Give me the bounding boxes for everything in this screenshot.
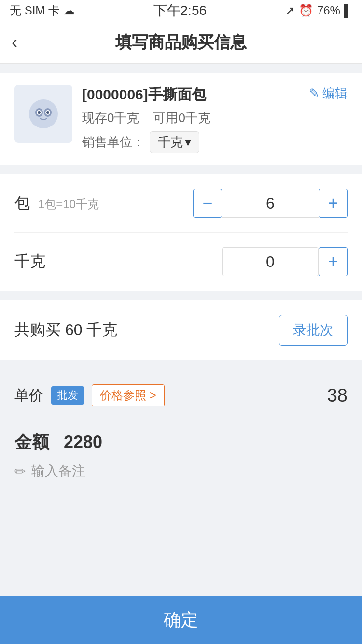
price-row: 单价 批发 价格参照 > 38 [14,384,348,406]
price-tag: 批发 [51,386,84,405]
page-title: 填写商品购买信息 [115,31,247,54]
amount-value: 2280 [64,432,102,452]
available-value: 可用0千克 [153,111,210,125]
amount-label: 金额 [14,432,49,452]
svg-point-5 [38,111,41,114]
product-name: [0000006]手撕面包 [82,85,348,105]
pack-hint: 1包=10千克 [38,197,99,210]
sim-status: 无 SIM 卡 ☁ [10,3,75,18]
batch-button[interactable]: 录批次 [279,315,348,346]
product-unit-row: 销售单位： 千克 ▾ [82,131,348,153]
price-ref-button[interactable]: 价格参照 > [92,384,165,406]
confirm-section[interactable]: 确定 [0,596,362,644]
status-right: ↗ ⏰ 76% ▌ [285,4,352,17]
note-placeholder: 输入备注 [31,462,85,480]
pack-minus-button[interactable]: − [193,189,222,218]
edit-button[interactable]: ✎ 编辑 [309,85,348,102]
stock-value: 现存0千克 [82,111,139,125]
pack-label: 包 1包=10千克 [14,193,99,214]
status-bar: 无 SIM 卡 ☁ 下午2:56 ↗ ⏰ 76% ▌ [0,0,362,21]
summary-section: 共购买 60 千克 录批次 [0,300,362,360]
product-info: [0000006]手撕面包 现存0千克 可用0千克 销售单位： 千克 ▾ [82,85,348,153]
product-card: [0000006]手撕面包 现存0千克 可用0千克 销售单位： 千克 ▾ ✎ 编… [0,73,362,165]
product-stock: 现存0千克 可用0千克 [82,110,348,126]
battery-level: 76% [317,4,340,17]
back-button[interactable]: ‹ [12,32,17,53]
nav-bar: ‹ 填写商品购买信息 [0,21,362,64]
pack-input[interactable] [222,189,319,218]
amount-section: 金额 2280 ✏ 输入备注 [0,421,362,495]
battery-icon: ▌ [344,4,352,17]
status-time: 下午2:56 [153,1,207,20]
unit-selector[interactable]: 千克 ▾ [150,131,199,153]
note-icon: ✏ [14,463,26,479]
svg-point-0 [29,99,58,128]
quantity-section: 包 1包=10千克 − + 千克 + [0,174,362,291]
pack-controls: − + [193,189,348,218]
kg-label: 千克 [14,251,45,272]
kg-controls: + [222,247,348,276]
pack-plus-button[interactable]: + [319,189,348,218]
pack-quantity-row: 包 1包=10千克 − + [14,174,348,233]
product-image [14,85,72,143]
kg-quantity-row: 千克 + [14,233,348,291]
price-section: 单价 批发 价格参照 > 38 [0,370,362,421]
kg-plus-button[interactable]: + [319,247,348,276]
status-left: 无 SIM 卡 ☁ [10,3,75,18]
edit-icon: ✎ [309,86,320,101]
kg-input[interactable] [222,247,319,276]
alarm-icon: ⏰ [299,4,313,17]
unit-label: 销售单位： [82,134,145,151]
note-row[interactable]: ✏ 输入备注 [14,462,348,480]
confirm-button[interactable]: 确定 [164,608,198,632]
price-value: 38 [327,385,348,406]
price-label: 单价 [14,386,43,406]
summary-text: 共购买 60 千克 [14,320,117,341]
location-icon: ↗ [285,4,295,17]
amount-row: 金额 2280 [14,431,348,454]
chevron-down-icon: ▾ [185,135,191,150]
svg-point-6 [46,111,49,114]
